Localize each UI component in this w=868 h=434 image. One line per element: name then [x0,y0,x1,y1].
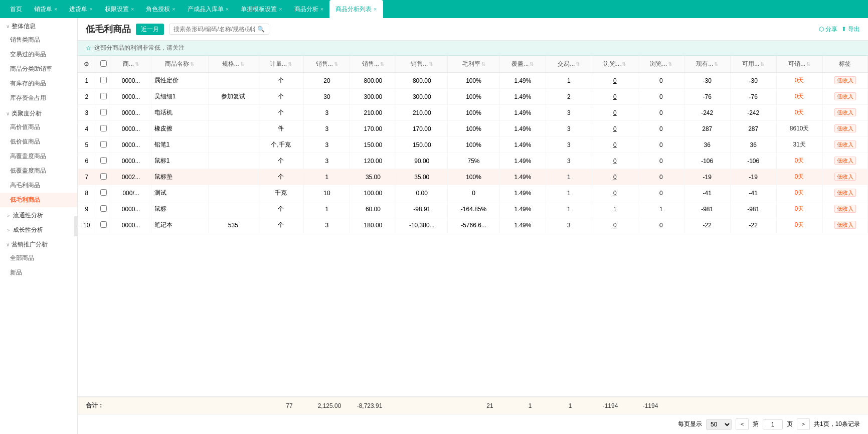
nav-item-analysis[interactable]: 商品分析 × [288,0,329,18]
cell-browse1[interactable]: 1 [592,201,638,217]
cell-browse1[interactable]: 0 [592,153,638,169]
cell-current-stock: -981 [684,201,730,217]
sidebar-item-high-coverage[interactable]: 高覆盖度商品 [0,149,77,164]
sidebar-group-growth[interactable]: ＞ 成长性分析 [0,222,77,236]
nav-item-products[interactable]: 产成品入库单 × [182,0,235,18]
nav-item-permissions[interactable]: 权限设置 × [99,0,140,18]
cell-checkbox[interactable] [96,217,111,233]
cell-browse1[interactable]: 0 [592,137,638,153]
row-checkbox[interactable] [100,221,107,228]
close-icon[interactable]: × [226,6,229,12]
close-icon[interactable]: × [320,6,323,12]
col-spec[interactable]: 规格...⇅ [209,56,258,73]
cell-browse1[interactable]: 0 [592,105,638,121]
row-checkbox[interactable] [100,173,107,180]
sidebar-item-high-value[interactable]: 高价值商品 [0,120,77,134]
sidebar-item-in-stock[interactable]: 有库存的商品 [0,76,77,91]
sidebar-item-all-products[interactable]: 全部商品 [0,251,77,265]
row-checkbox[interactable] [100,109,107,115]
page-size-select[interactable]: 50 100 200 [706,419,732,430]
cell-checkbox[interactable] [96,89,111,105]
col-sales-qty[interactable]: 销售...⇅ [304,56,350,73]
col-gross-margin[interactable]: 毛利率⇅ [448,56,500,73]
row-checkbox[interactable] [100,157,107,164]
row-checkbox[interactable] [100,189,107,196]
col-trade[interactable]: 交易...⇅ [546,56,592,73]
cell-sales-qty: 1 [304,201,350,217]
sidebar-group-circulation[interactable]: ＞ 流通性分析 [0,207,77,222]
cell-browse1[interactable]: 0 [592,217,638,233]
sidebar-item-category-rate[interactable]: 商品分类助销率 [0,62,77,76]
row-checkbox[interactable] [100,125,107,131]
export-button[interactable]: ⬆ 导出 [841,25,860,34]
nav-item-templates[interactable]: 单据模板设置 × [235,0,288,18]
sidebar-item-high-margin[interactable]: 高毛利商品 [0,178,77,193]
cell-browse1[interactable]: 0 [592,89,638,105]
sidebar-item-low-value[interactable]: 低价值商品 [0,134,77,149]
search-icon[interactable]: 🔍 [257,26,265,33]
sidebar-item-low-coverage[interactable]: 低覆盖度商品 [0,164,77,178]
row-checkbox[interactable] [100,205,107,212]
select-all-checkbox[interactable] [100,60,107,67]
row-checkbox[interactable] [100,93,107,99]
sidebar-group-marketing[interactable]: ∨ 营销推广分析 [0,236,77,251]
col-browse2[interactable]: 浏览...⇅ [638,56,684,73]
col-browse1[interactable]: 浏览...⇅ [592,56,638,73]
nav-item-home[interactable]: 首页 [4,0,28,18]
col-sales-price[interactable]: 销售...⇅ [350,56,396,73]
nav-item-roles[interactable]: 角色授权 × [140,0,181,18]
row-checkbox[interactable] [100,77,107,83]
col-current-stock[interactable]: 现有...⇅ [684,56,730,73]
cell-browse1[interactable]: 0 [592,121,638,137]
cell-browse1[interactable]: 0 [592,169,638,185]
close-icon[interactable]: × [374,6,377,12]
cell-checkbox[interactable] [96,185,111,201]
cell-checkbox[interactable] [96,73,111,89]
share-button[interactable]: ⬡ 分享 [819,25,837,34]
nav-item-analysis-list[interactable]: 商品分析列表 × [329,0,383,18]
sidebar-item-low-margin[interactable]: 低毛利商品 [0,193,77,207]
cell-checkbox[interactable] [96,169,111,185]
close-icon[interactable]: × [131,6,134,12]
row-checkbox[interactable] [100,141,107,148]
sidebar-group-cluster[interactable]: ∨ 类聚度分析 [0,105,77,120]
next-page-button[interactable]: ＞ [797,418,810,430]
cell-browse1[interactable]: 0 [592,73,638,89]
sidebar-item-new-products[interactable]: 新品 [0,265,77,280]
cell-browse2: 1 [638,201,684,217]
cell-name: 橡皮擦 [151,121,209,137]
sidebar-collapse-button[interactable]: « [74,216,78,236]
col-sales-amount[interactable]: 销售...⇅ [396,56,448,73]
col-code[interactable]: 商...⇅ [111,56,151,73]
col-unit[interactable]: 计量...⇅ [258,56,304,73]
close-icon[interactable]: × [172,6,175,12]
col-settings[interactable]: ⚙ [78,56,96,73]
cell-checkbox[interactable] [96,201,111,217]
col-coverage[interactable]: 覆盖...⇅ [499,56,546,73]
col-checkbox[interactable] [96,56,111,73]
cell-checkbox[interactable] [96,137,111,153]
col-sellable[interactable]: 可销...⇅ [776,56,822,73]
search-box[interactable]: 🔍 [169,24,269,35]
prev-page-button[interactable]: ＜ [736,418,749,430]
page-number-input[interactable] [763,419,783,429]
search-input[interactable] [173,26,255,33]
cell-checkbox[interactable] [96,153,111,169]
nav-item-sales[interactable]: 销货单 × [28,0,63,18]
nav-item-purchase[interactable]: 进货单 × [63,0,98,18]
col-available[interactable]: 可用...⇅ [730,56,776,73]
sidebar-group-overall[interactable]: ∨ 整体信息 [0,18,77,33]
sidebar-item-capital[interactable]: 库存资金占用 [0,91,77,105]
close-icon[interactable]: × [279,6,282,12]
date-filter-button[interactable]: 近一月 [136,24,164,35]
col-name[interactable]: 商品名称⇅ [151,56,209,73]
sidebar-item-sales-products[interactable]: 销售类商品 [0,33,77,47]
sidebar-item-traded[interactable]: 交易过的商品 [0,47,77,62]
cell-browse1[interactable]: 0 [592,185,638,201]
close-icon[interactable]: × [54,6,57,12]
close-icon[interactable]: × [89,6,92,12]
table-row: 2 0000... 吴细细1 参加复试 个 30 300.00 300.00 1… [78,89,868,105]
cell-checkbox[interactable] [96,121,111,137]
col-tag[interactable]: 标签 [822,56,867,73]
cell-checkbox[interactable] [96,105,111,121]
